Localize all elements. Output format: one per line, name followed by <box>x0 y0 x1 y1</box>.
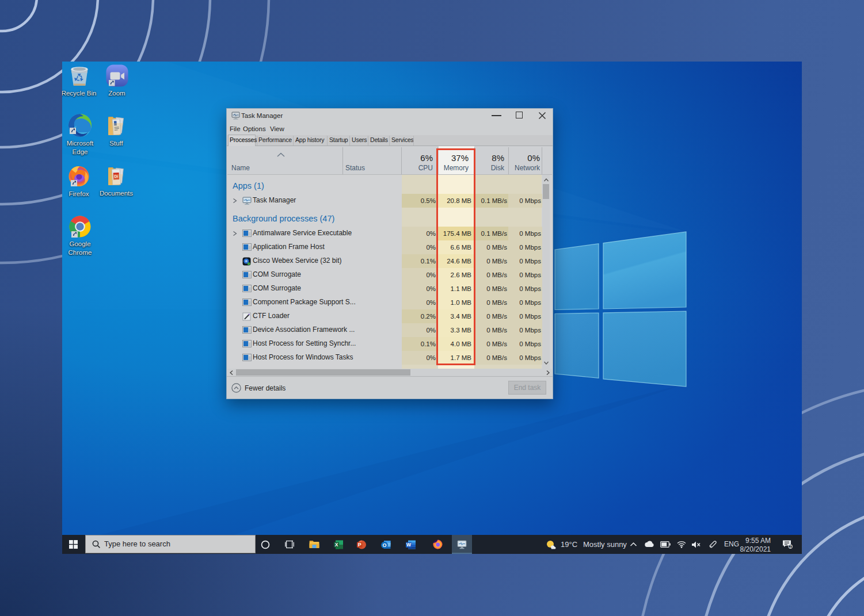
svg-text:P: P <box>358 542 361 548</box>
svg-text:X: X <box>335 541 338 547</box>
svg-text:2: 2 <box>789 545 791 549</box>
svg-text:O: O <box>382 542 386 548</box>
svg-text:W: W <box>406 542 412 548</box>
